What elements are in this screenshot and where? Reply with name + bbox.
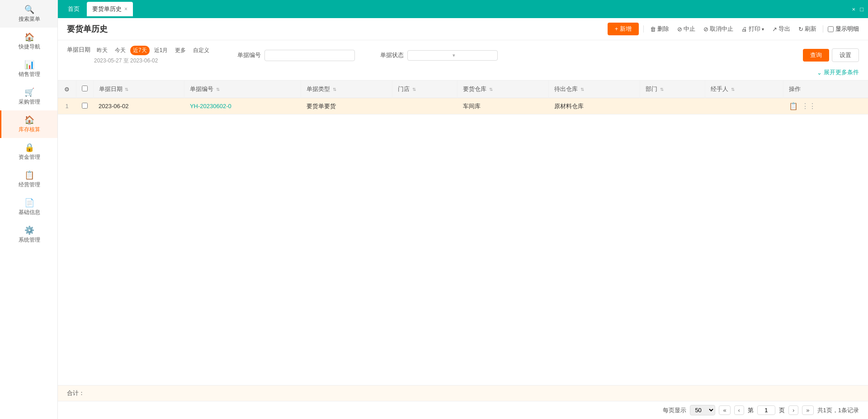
- sort-req-warehouse-icon[interactable]: ⇅: [489, 87, 493, 92]
- sidebar-item-inventory[interactable]: 🏠 库存核算: [0, 110, 57, 138]
- col-store: 门店 ⇅: [392, 81, 458, 98]
- tab-close-icon[interactable]: ×: [124, 6, 127, 12]
- purchase-mgmt-icon: 🛒: [24, 88, 34, 96]
- sidebar-item-finance-mgmt[interactable]: 🔒 资金管理: [0, 138, 57, 166]
- row-index: 1: [58, 98, 76, 114]
- inventory-icon: 🏠: [24, 116, 34, 124]
- add-button[interactable]: + 新增: [608, 23, 639, 35]
- expand-row: ⌄ 展开更多条件: [67, 68, 859, 76]
- tab-active[interactable]: 要货单历史 ×: [87, 2, 133, 16]
- sort-department-icon[interactable]: ⇅: [660, 87, 664, 92]
- expand-more-btn[interactable]: ⌄ 展开更多条件: [817, 68, 859, 76]
- sort-store-icon[interactable]: ⇅: [412, 87, 416, 92]
- toolbar: + 新增 🗑 删除 ⊘ 中止 ⊘ 取消中止 🖨 打印 ▾: [608, 23, 859, 35]
- col-order-no: 单据编号 ⇅: [184, 81, 301, 98]
- row-view-icon[interactable]: 📋: [789, 102, 798, 110]
- sidebar-item-sales-mgmt[interactable]: 📊 销售管理: [0, 55, 57, 83]
- tab-home-label: 首页: [68, 5, 80, 13]
- table-header-row: ⚙ 单据日期 ⇅ 单据编号 ⇅ 单据类型 ⇅ 门店 ⇅ 要货仓库 ⇅ 待出仓库 …: [58, 81, 868, 98]
- refresh-label: 刷新: [805, 25, 816, 33]
- first-page-btn[interactable]: «: [719, 405, 730, 415]
- col-req-warehouse: 要货仓库 ⇅: [458, 81, 549, 98]
- date-more-btn[interactable]: 更多: [172, 46, 189, 55]
- sort-pending-warehouse-icon[interactable]: ⇅: [580, 87, 584, 92]
- col-settings[interactable]: ⚙: [58, 81, 76, 98]
- status-select[interactable]: ▾: [407, 50, 498, 61]
- sidebar-item-search-menu[interactable]: 🔍 搜索菜单: [0, 0, 57, 28]
- cancel-stop-button[interactable]: ⊘ 取消中止: [702, 24, 735, 34]
- row-handler: [705, 98, 783, 114]
- col-department: 部门 ⇅: [640, 81, 705, 98]
- col-action: 操作: [783, 81, 868, 98]
- sidebar-item-finance-mgmt-label: 资金管理: [19, 153, 40, 161]
- row-checkbox[interactable]: [82, 103, 88, 109]
- delete-label: 删除: [657, 25, 669, 33]
- display-detail-label: 显示明细: [835, 25, 859, 33]
- topbar-close-btn[interactable]: ×: [852, 6, 856, 13]
- date-filter-label: 单据日期: [67, 46, 90, 54]
- export-button[interactable]: ↗ 导出: [770, 24, 792, 34]
- table-row: 1 2023-06-02 YH-20230602-0 要货单要货 车间库 原材料…: [58, 98, 868, 114]
- print-button[interactable]: 🖨 打印 ▾: [740, 24, 766, 34]
- row-req-warehouse: 车间库: [458, 98, 549, 114]
- sidebar-item-system-mgmt-label: 系统管理: [19, 236, 40, 244]
- tab-active-label: 要货单历史: [92, 5, 122, 13]
- settings-button[interactable]: 设置: [832, 48, 859, 62]
- select-all-checkbox[interactable]: [82, 86, 88, 91]
- next-page-btn[interactable]: ›: [788, 405, 798, 415]
- date-last-month-btn[interactable]: 近1月: [151, 46, 171, 55]
- date-today-btn[interactable]: 今天: [112, 46, 128, 55]
- sort-handler-icon[interactable]: ⇅: [731, 87, 735, 92]
- sort-order-no-icon[interactable]: ⇅: [216, 87, 220, 92]
- system-mgmt-icon: ⚙️: [24, 226, 34, 234]
- date-custom-btn[interactable]: 自定义: [190, 46, 212, 55]
- order-no-filter-label: 单据编号: [237, 51, 261, 59]
- row-date: 2023-06-02: [93, 98, 184, 114]
- refresh-button[interactable]: ↻ 刷新: [797, 24, 818, 34]
- total-label: 合计：: [67, 389, 85, 397]
- row-order-no-link[interactable]: YH-20230602-0: [190, 103, 231, 110]
- cancel-stop-label: 取消中止: [710, 25, 733, 33]
- divider-2: [823, 25, 823, 33]
- page-input[interactable]: [757, 405, 775, 415]
- page-header: 要货单历史 + 新增 🗑 删除 ⊘ 中止 ⊘ 取消中止 🖨 打: [58, 18, 868, 40]
- col-pending-warehouse: 待出仓库 ⇅: [549, 81, 640, 98]
- cancel-stop-icon: ⊘: [703, 26, 708, 33]
- sort-date-icon[interactable]: ⇅: [125, 87, 128, 92]
- sidebar-item-basic-info[interactable]: 📄 基础信息: [0, 193, 57, 221]
- row-more-icon[interactable]: ⋮⋮: [802, 102, 816, 110]
- query-button[interactable]: 查询: [803, 49, 829, 62]
- page-title: 要货单历史: [67, 24, 108, 34]
- tab-home[interactable]: 首页: [62, 2, 85, 16]
- display-detail-input[interactable]: [828, 26, 834, 32]
- sidebar-item-operations-mgmt[interactable]: 📋 经营管理: [0, 166, 57, 193]
- sidebar-item-inventory-label: 库存核算: [19, 126, 40, 133]
- sort-order-type-icon[interactable]: ⇅: [333, 87, 336, 92]
- display-detail-checkbox[interactable]: 显示明细: [828, 25, 859, 33]
- prev-page-btn[interactable]: ‹: [734, 405, 744, 415]
- col-order-type: 单据类型 ⇅: [301, 81, 392, 98]
- date-yesterday-btn[interactable]: 昨天: [94, 46, 110, 55]
- date-last7-btn[interactable]: 近7天: [130, 46, 150, 55]
- status-chevron-icon: ▾: [453, 52, 494, 58]
- print-icon: 🖨: [741, 26, 747, 33]
- topbar-minimize-btn[interactable]: □: [860, 6, 863, 13]
- col-checkbox: [76, 81, 93, 98]
- export-icon: ↗: [772, 26, 777, 33]
- main-table: ⚙ 单据日期 ⇅ 单据编号 ⇅ 单据类型 ⇅ 门店 ⇅ 要货仓库 ⇅ 待出仓库 …: [58, 81, 868, 114]
- row-order-no: YH-20230602-0: [184, 98, 301, 114]
- sidebar-item-purchase-mgmt[interactable]: 🛒 采购管理: [0, 83, 57, 110]
- status-filter-label: 单据状态: [380, 51, 404, 59]
- stop-button[interactable]: ⊘ 中止: [675, 24, 697, 34]
- row-pending-warehouse: 原材料仓库: [549, 98, 640, 114]
- divider-1: [643, 25, 644, 33]
- main-area: 首页 要货单历史 × × □ 要货单历史 + 新增 🗑 删除 ⊘: [58, 0, 868, 419]
- page-size-select[interactable]: 10 20 50 100: [690, 405, 715, 415]
- sidebar-item-quick-nav[interactable]: 🏠 快捷导航: [0, 28, 57, 55]
- delete-button[interactable]: 🗑 删除: [648, 24, 671, 34]
- sidebar-item-search-menu-label: 搜索菜单: [19, 15, 40, 23]
- sidebar-item-operations-mgmt-label: 经营管理: [19, 181, 40, 189]
- last-page-btn[interactable]: »: [802, 405, 813, 415]
- sidebar-item-system-mgmt[interactable]: ⚙️ 系统管理: [0, 221, 57, 248]
- order-no-input[interactable]: [264, 50, 355, 61]
